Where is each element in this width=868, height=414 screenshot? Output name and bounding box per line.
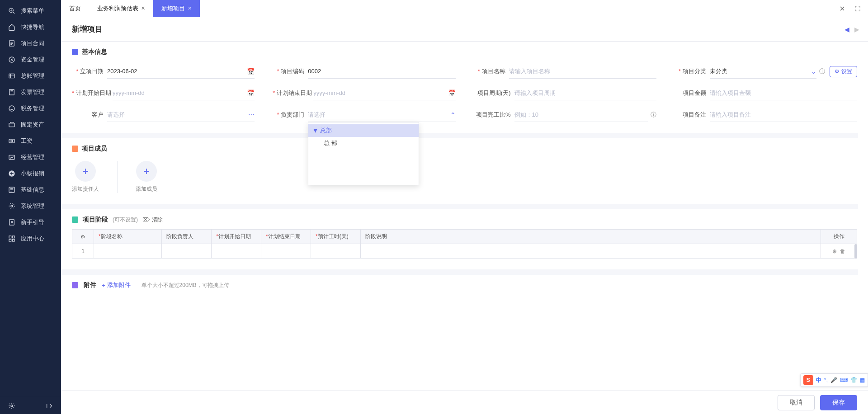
input-cycle[interactable] xyxy=(514,89,656,96)
ime-lang[interactable]: 中 xyxy=(816,376,821,384)
input-amount[interactable] xyxy=(710,89,857,96)
sidebar-item-baseinfo[interactable]: 基础信息 xyxy=(0,182,61,198)
close-icon[interactable]: ✕ xyxy=(141,5,145,11)
select-customer[interactable] xyxy=(107,111,245,118)
cell-desc[interactable] xyxy=(361,244,821,259)
help-icon[interactable]: ⓘ xyxy=(651,111,656,119)
tab-new-project[interactable]: 新增项目✕ xyxy=(153,0,200,17)
add-owner-button[interactable]: + xyxy=(75,161,96,182)
fullscreen-icon[interactable] xyxy=(852,3,863,14)
input-plan-start[interactable] xyxy=(113,89,244,96)
svg-rect-9 xyxy=(9,155,14,159)
dropdown-item-root[interactable]: ▶总部 xyxy=(308,124,419,137)
tab-label: 首页 xyxy=(69,5,81,13)
info-icon xyxy=(8,186,15,193)
add-attach-button[interactable]: + 添加附件 xyxy=(102,281,131,289)
guide-icon xyxy=(8,219,15,226)
settings-button[interactable]: ⚙ 设置 xyxy=(830,66,857,77)
svg-point-18 xyxy=(11,405,13,407)
clear-button[interactable]: ⌦ 清除 xyxy=(142,216,163,224)
add-member: + 添加成员 xyxy=(117,161,157,193)
sidebar-item-ledger[interactable]: 总账管理 xyxy=(0,68,61,84)
cell-name[interactable] xyxy=(94,244,162,259)
sidebar-item-invoice[interactable]: 发票管理 xyxy=(0,84,61,100)
input-code[interactable]: 0002 xyxy=(308,68,321,75)
section-label: 项目阶段 xyxy=(83,216,108,224)
select-cat[interactable]: 未分类 xyxy=(710,67,727,75)
cell-person[interactable] xyxy=(162,244,212,259)
biz-icon xyxy=(8,154,15,161)
page-header: 新增项目 ◀ ▶ xyxy=(61,17,868,42)
prev-icon[interactable]: ◀ xyxy=(843,25,851,33)
sidebar-item-salary[interactable]: 工资 xyxy=(0,133,61,149)
sidebar-label: 快捷导航 xyxy=(21,23,44,31)
site-ribbon xyxy=(858,17,868,414)
save-button[interactable]: 保存 xyxy=(820,395,857,410)
tab-home[interactable]: 首页 xyxy=(61,0,89,17)
label-remark: 项目备注 xyxy=(675,111,710,119)
add-member-button[interactable]: + xyxy=(136,161,157,182)
table-row[interactable]: 1 ⊕ 🗑 xyxy=(72,244,857,259)
delete-row-icon[interactable]: 🗑 xyxy=(840,248,845,254)
ime-skin-icon[interactable]: 👕 xyxy=(850,377,857,383)
sidebar-item-contract[interactable]: 项目合同 xyxy=(0,35,61,52)
next-icon[interactable]: ▶ xyxy=(853,25,861,33)
sidebar-item-search[interactable]: 搜索菜单 xyxy=(0,3,61,19)
contract-icon xyxy=(8,40,15,47)
ime-punct-icon[interactable]: °, xyxy=(824,377,828,383)
more-icon[interactable]: ⋯ xyxy=(245,111,255,118)
ime-badge[interactable]: S xyxy=(803,375,813,385)
input-plan-end[interactable] xyxy=(313,89,445,96)
input-pct[interactable] xyxy=(514,111,648,118)
sidebar-item-biz[interactable]: 经营管理 xyxy=(0,149,61,165)
tab-profit[interactable]: 业务利润预估表✕ xyxy=(89,0,153,17)
col-gear[interactable]: ⚙ xyxy=(72,230,94,244)
fund-icon xyxy=(8,56,15,63)
input-remark[interactable] xyxy=(710,111,857,118)
cancel-button[interactable]: 取消 xyxy=(778,395,815,410)
svg-rect-7 xyxy=(9,139,14,143)
chevron-up-icon[interactable]: ⌃ xyxy=(448,111,456,118)
ime-mic-icon[interactable]: 🎤 xyxy=(830,377,837,383)
close-all-icon[interactable] xyxy=(836,3,848,14)
chevron-down-icon[interactable]: ⌄ xyxy=(808,68,816,75)
input-date[interactable]: 2023-06-02 xyxy=(107,68,137,75)
svg-rect-15 xyxy=(12,236,14,238)
dropdown-item-child[interactable]: 总 部 xyxy=(308,137,419,150)
content: 基本信息 立项日期2023-06-02📅 项目编码0002 项目名称 项目分类未… xyxy=(61,42,868,414)
sidebar-item-fund[interactable]: 资金管理 xyxy=(0,52,61,68)
calendar-icon[interactable]: 📅 xyxy=(445,89,456,97)
cell-hours[interactable] xyxy=(311,244,361,259)
sidebar-item-asset[interactable]: 固定资产 xyxy=(0,117,61,133)
asset-icon xyxy=(8,121,15,128)
sidebar-label: 发票管理 xyxy=(21,88,44,96)
ime-menu-icon[interactable]: ▦ xyxy=(860,377,865,383)
ime-keyboard-icon[interactable]: ⌨ xyxy=(840,377,848,383)
sidebar-item-tax[interactable]: 税务管理 xyxy=(0,100,61,117)
sidebar-item-quicknav[interactable]: 快捷导航 xyxy=(0,19,61,35)
svg-point-8 xyxy=(11,140,13,142)
sidebar-item-system[interactable]: 系统管理 xyxy=(0,198,61,214)
calendar-icon[interactable]: 📅 xyxy=(244,68,255,75)
svg-rect-3 xyxy=(9,74,14,78)
sidebar-item-expense[interactable]: 小畅报销 xyxy=(0,165,61,182)
col-person: 阶段负责人 xyxy=(162,230,212,244)
input-name[interactable] xyxy=(509,68,656,75)
close-icon[interactable]: ✕ xyxy=(188,5,192,11)
svg-point-5 xyxy=(9,106,14,111)
collapse-icon[interactable] xyxy=(46,402,53,409)
cell-end[interactable] xyxy=(261,244,311,259)
sidebar-item-appcenter[interactable]: 应用中心 xyxy=(0,231,61,247)
section-icon xyxy=(72,49,78,55)
sidebar-item-guide[interactable]: 新手引导 xyxy=(0,214,61,231)
gear-icon[interactable] xyxy=(8,402,15,409)
calendar-icon[interactable]: 📅 xyxy=(244,89,255,97)
label-cat: 项目分类 xyxy=(675,67,710,75)
select-dept[interactable] xyxy=(308,111,447,118)
cell-start[interactable] xyxy=(212,244,261,259)
sidebar-label: 项目合同 xyxy=(21,39,44,47)
add-row-icon[interactable]: ⊕ xyxy=(832,248,837,254)
help-icon[interactable]: ⓘ xyxy=(819,67,825,75)
search-icon xyxy=(8,7,15,14)
label-plan-start: 计划开始日期 xyxy=(72,89,113,97)
